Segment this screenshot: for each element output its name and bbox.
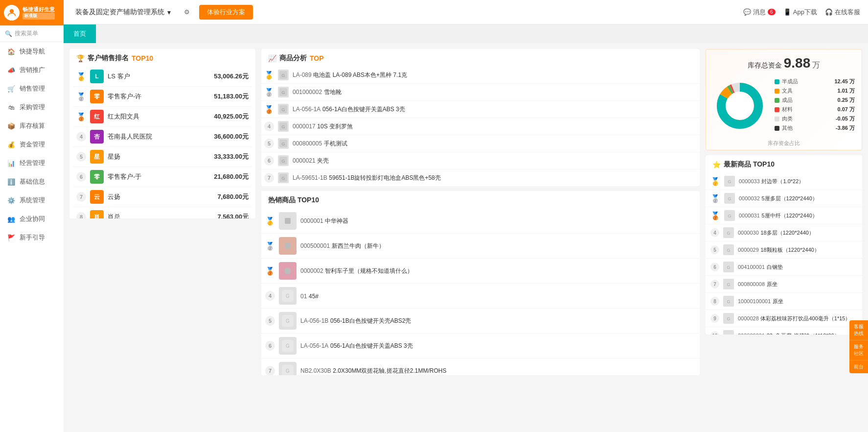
donut-chart xyxy=(713,79,767,133)
sidebar-item-quicknav[interactable]: 🏠 快捷导航 xyxy=(0,42,64,61)
rank-medal: 🥈 xyxy=(710,194,720,203)
legend-dot xyxy=(775,89,779,94)
new-product-name: 封边带（1.0*22） xyxy=(761,178,804,184)
sidebar-item-marketing[interactable]: 📣 营销推广 xyxy=(0,61,64,79)
sidebar-item-enterprise[interactable]: 👥 企业协同 xyxy=(0,210,64,228)
legend-label: 其他 xyxy=(782,124,833,132)
product-thumbnail xyxy=(279,262,297,280)
legend-label: 文具 xyxy=(782,87,835,95)
product-info: 000800005 手机测试 xyxy=(293,140,697,148)
float-hotline[interactable]: 客服 热线 xyxy=(849,320,868,340)
sidebar-item-system[interactable]: ⚙️ 系统管理 xyxy=(0,191,64,210)
rank-medal: 🥉 xyxy=(710,211,720,220)
donut-legend: 半成品 12.45 万 文具 1.01 万 成品 0.25 万 材料 0.07 … xyxy=(775,78,855,134)
app-selector[interactable]: 装备及固定资产辅助管理系统 ▾ xyxy=(71,6,175,19)
product-thumbnail xyxy=(279,237,297,255)
top-header: 装备及固定资产辅助管理系统 ▾ ⚙ 体验行业方案 💬 消息 6 📱 App下载 … xyxy=(64,0,868,24)
sidebar-item-purchase[interactable]: 🛍 采购管理 xyxy=(0,98,64,117)
new-product-code: 10000100001 xyxy=(738,298,771,304)
rank-num: 10 xyxy=(710,331,719,335)
product-thumbnail xyxy=(279,212,297,230)
sidebar-item-inventory[interactable]: 📦 库存核算 xyxy=(0,117,64,135)
new-product-name: 白钢垫 xyxy=(767,264,783,270)
top-customers-card: 🏆 客户销售排名 TOP10 🥇 L LS 客户 53,006.26元 🥈 零 … xyxy=(69,49,255,218)
sidebar-item-operations[interactable]: 📊 经营管理 xyxy=(0,154,64,172)
gear-icon: ⚙️ xyxy=(7,196,16,205)
product-code: LA-056-1B xyxy=(300,317,328,324)
star-icon: ⭐ xyxy=(712,161,721,168)
sidebar-item-guide[interactable]: 🚩 新手引导 xyxy=(0,228,64,247)
cart-icon: 🛒 xyxy=(7,84,16,93)
product-name: 056-1B白色按键开关壳ABS2壳 xyxy=(330,317,411,324)
sidebar-item-basic[interactable]: ℹ️ 基础信息 xyxy=(0,172,64,191)
experience-button[interactable]: 体验行业方案 xyxy=(199,5,253,20)
search-icon: 🔍 xyxy=(5,30,12,37)
customer-name: 云扬 xyxy=(108,192,213,201)
product-name: 056-1A白色按键开关盖ABS 3壳 xyxy=(322,106,405,113)
rank-item: 5 星 星扬 33,333.00元 xyxy=(73,147,251,167)
app-download-link[interactable]: 📱 App下载 xyxy=(783,8,817,17)
hot-product-info: 0000001 中华神器 xyxy=(300,217,696,225)
legend-label: 成品 xyxy=(782,96,835,104)
tab-home[interactable]: 首页 xyxy=(64,24,96,43)
hot-product-item: 7 G NB2.0X30B 2.0X30MM双搓花轴,搓花直径2.1MM/ROH… xyxy=(261,359,700,375)
rank-num: 6 xyxy=(76,172,86,182)
tab-bar: 首页 xyxy=(64,24,868,43)
legend-item: 成品 0.25 万 xyxy=(775,96,855,104)
float-front[interactable]: 前台 xyxy=(849,360,868,373)
new-product-thumb: G xyxy=(724,176,735,187)
settings-button[interactable]: ⚙ xyxy=(180,5,194,20)
rank-num: 4 xyxy=(264,121,274,131)
message-label: 消息 xyxy=(753,8,766,17)
rank-num: 5 xyxy=(710,245,719,254)
new-product-code: 003800001 xyxy=(738,333,765,335)
float-service: 客服 热线 服务 社区 前台 xyxy=(849,320,868,373)
new-product-thumb: G xyxy=(724,193,735,204)
message-link[interactable]: 💬 消息 6 xyxy=(743,8,776,17)
product-thumbnail-placeholder: G xyxy=(279,312,297,330)
sidebar-item-finance[interactable]: 💰 资金管理 xyxy=(0,135,64,154)
new-product-item: 8 G 10000100001 原坐 xyxy=(706,293,862,310)
left-column: 🏆 客户销售排名 TOP10 🥇 L LS 客户 53,006.26元 🥈 零 … xyxy=(69,49,255,426)
new-product-info: 0000028 体彩荔枝味苏打饮品400毫升（1*15） xyxy=(738,314,857,322)
rank-num: 7 xyxy=(710,280,719,288)
rank-item: 8 肖 肖总 7,563.00元 xyxy=(73,207,251,218)
header-actions: 💬 消息 6 📱 App下载 🎧 在线客服 xyxy=(743,8,860,17)
medal-bronze: 🥉 xyxy=(76,112,86,121)
product-name: 智利车子里（规格不知道填什么） xyxy=(325,267,413,274)
customer-value: 33,333.00元 xyxy=(214,152,249,161)
customer-avatar: 零 xyxy=(90,170,104,184)
new-product-name: 5厘中纤（1220*2440） xyxy=(761,213,817,218)
product-code: LA-056-1A xyxy=(300,342,328,349)
sidebar-item-sales[interactable]: 🛒 销售管理 xyxy=(0,79,64,98)
sales-top-label: TOP xyxy=(310,54,324,62)
legend-dot xyxy=(775,98,779,103)
customer-value: 51,183.00元 xyxy=(214,92,249,101)
new-product-item: 4 G 0000030 18多层（1220*2440） xyxy=(706,224,862,241)
inventory-card: 库存总资金 9.88 万 xyxy=(706,49,862,150)
top-sales-title: 📈 商品分析 TOP xyxy=(261,49,700,67)
new-product-info: 004100001 白钢垫 xyxy=(738,263,857,271)
svg-text:G: G xyxy=(281,142,285,146)
legend-value: 12.45 万 xyxy=(834,78,855,85)
customer-rank-list: 🥇 L LS 客户 53,006.26元 🥈 零 零售客户-许 51,183.0… xyxy=(69,67,255,218)
rank-num: 9 xyxy=(710,314,719,323)
sidebar-search[interactable]: 🔍 搜索菜单 xyxy=(0,25,64,42)
float-community[interactable]: 服务 社区 xyxy=(849,340,868,360)
new-products-label: 最新商品 TOP10 xyxy=(724,160,775,169)
inventory-amount: 9.88 xyxy=(784,55,811,71)
rank-num: 4 xyxy=(710,228,719,237)
search-menu-label: 搜索菜单 xyxy=(15,29,38,38)
product-code: 0000021 xyxy=(293,157,316,164)
new-product-thumb: G xyxy=(724,210,735,221)
rank-num: 4 xyxy=(76,132,86,142)
rank-num: 8 xyxy=(76,212,86,218)
rank-icon: 🥇 xyxy=(264,71,274,80)
customer-name: 苍南县人民医院 xyxy=(108,132,210,141)
svg-text:G: G xyxy=(727,282,730,287)
online-service-link[interactable]: 🎧 在线客服 xyxy=(825,8,860,17)
hot-products-title: 热销商品 TOP10 xyxy=(261,191,700,209)
new-product-name: 体彩荔枝味苏打饮品400毫升（1*15） xyxy=(760,315,850,321)
svg-text:G: G xyxy=(727,231,730,236)
top-sales-item: 4 G 0000017 10S 变刹罗煞 xyxy=(261,118,700,135)
